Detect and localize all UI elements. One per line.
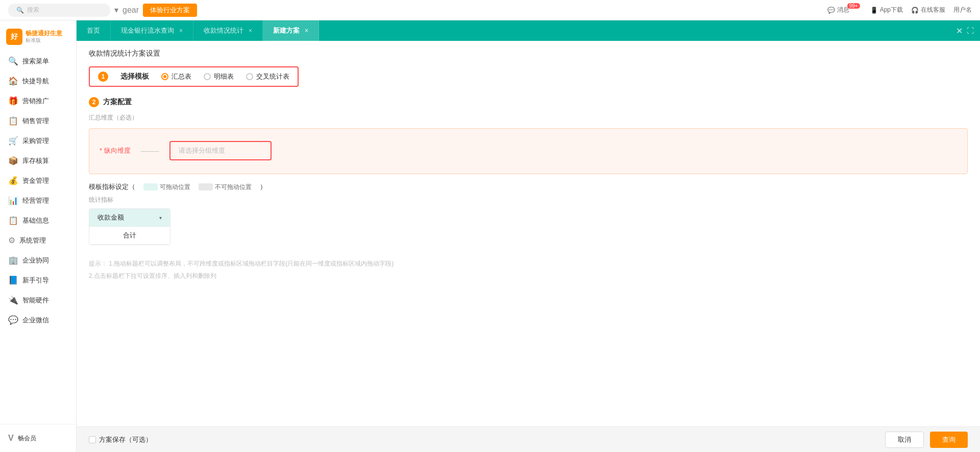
- drag-icon-box: [143, 183, 158, 191]
- download-area[interactable]: 📱 App下载: [870, 6, 903, 14]
- main-area: 首页 现金银行流水查询 × 收款情况统计 × 新建方案 × ✕ ⛶: [77, 20, 980, 452]
- tab-bar: 首页 现金银行流水查询 × 收款情况统计 × 新建方案 × ✕ ⛶: [77, 20, 980, 41]
- dim-input-box[interactable]: 请选择分组维度: [169, 141, 272, 160]
- notification-area[interactable]: 💬 消息 99+: [827, 6, 862, 14]
- header-left: 🔍 搜索 ▾ gear 体验行业方案: [8, 4, 197, 17]
- sidebar-item-guide[interactable]: 📘 新手引导: [0, 270, 76, 290]
- non-draggable-label: 不可拖动位置: [215, 183, 252, 192]
- page-content: 收款情况统计方案设置 1 选择模板 汇总表: [77, 41, 980, 452]
- metrics-grid: 收款金额 ▾ 合计: [89, 208, 170, 245]
- sidebar-label-marketing: 营销推广: [22, 97, 49, 106]
- page-title: 收款情况统计方案设置: [89, 49, 968, 58]
- metrics-dropdown-arrow[interactable]: ▾: [159, 215, 162, 221]
- sidebar-logo: 好 畅捷通好生意 标准版: [0, 25, 76, 51]
- download-icon: 📱: [870, 7, 878, 14]
- radio-summary[interactable]: 汇总表: [161, 72, 191, 81]
- top-search-bar[interactable]: 🔍 搜索: [8, 4, 110, 17]
- metrics-label-suffix: ）: [260, 182, 266, 192]
- sidebar-item-search-menu[interactable]: 🔍 搜索菜单: [0, 51, 76, 71]
- dropdown-arrow-icon[interactable]: ▾: [114, 5, 118, 15]
- system-icon: ⚙: [8, 235, 15, 245]
- dim-selector-area: 纵向维度 —— 请选择分组维度: [89, 128, 968, 174]
- dim-row: 纵向维度 —— 请选择分组维度: [100, 141, 957, 160]
- tab-new-plan[interactable]: 新建方案 ×: [263, 20, 319, 41]
- tab-window-close-icon[interactable]: ✕: [956, 26, 963, 36]
- dim-placeholder: 请选择分组维度: [179, 147, 225, 154]
- tab-receipt-stats[interactable]: 收款情况统计 ×: [193, 20, 263, 41]
- save-option[interactable]: 方案保存（可选）: [89, 435, 152, 444]
- cancel-button[interactable]: 取消: [885, 432, 924, 448]
- metrics-header-text: 收款金额: [97, 213, 124, 222]
- logo-icon: 好: [6, 29, 22, 45]
- finance-icon: 💰: [8, 176, 18, 185]
- sidebar-item-finance[interactable]: 💰 资金管理: [0, 171, 76, 191]
- sidebar-label-inventory: 库存核算: [22, 156, 49, 165]
- industry-btn[interactable]: 体验行业方案: [143, 4, 197, 17]
- sidebar-item-marketing[interactable]: 🎁 营销推广: [0, 91, 76, 111]
- tab-bank-flow[interactable]: 现金银行流水查询 ×: [111, 20, 193, 41]
- save-checkbox[interactable]: [89, 436, 96, 443]
- marketing-icon: 🎁: [8, 96, 18, 106]
- sidebar-item-member[interactable]: V 畅会员: [0, 429, 76, 448]
- metrics-section: 模板指标设定（ 可拖动位置 不可拖动位置 ）: [89, 182, 968, 245]
- no-drag-icon-box: [199, 183, 213, 191]
- page-inner: 收款情况统计方案设置 1 选择模板 汇总表: [77, 41, 980, 426]
- sidebar-label-smart-hw: 智能硬件: [22, 296, 49, 305]
- template-options: 1 选择模板 汇总表 明细表: [89, 66, 299, 87]
- query-button[interactable]: 查询: [930, 432, 968, 448]
- tab-home[interactable]: 首页: [77, 20, 111, 41]
- sidebar-item-corp-collab[interactable]: 🏢 企业协同: [0, 250, 76, 270]
- support-area[interactable]: 🎧 在线客服: [911, 6, 945, 14]
- main-layout: 好 畅捷通好生意 标准版 🔍 搜索菜单 🏠 快捷导航 🎁 营销推广 📋 销售管理…: [0, 20, 980, 452]
- sidebar-label-sales: 销售管理: [22, 116, 49, 126]
- search-menu-icon: 🔍: [8, 56, 18, 66]
- operation-icon: 📊: [8, 196, 18, 205]
- plan-config-section: 汇总维度（必选） 纵向维度 —— 请选择分组维度: [89, 113, 968, 282]
- corp-collab-icon: 🏢: [8, 255, 18, 265]
- metrics-category-label: 统计指标: [89, 196, 170, 204]
- metrics-grid-header[interactable]: 收款金额 ▾: [89, 209, 170, 227]
- message-icon: 💬: [827, 7, 835, 14]
- sidebar-item-smart-hw[interactable]: 🔌 智能硬件: [0, 290, 76, 310]
- sidebar-item-purchase[interactable]: 🛒 采购管理: [0, 131, 76, 151]
- notification-badge: 99+: [847, 3, 860, 9]
- tab-window-expand-icon[interactable]: ⛶: [967, 27, 974, 35]
- search-icon: 🔍: [16, 7, 24, 14]
- member-icon: V: [8, 434, 14, 443]
- sidebar-label-guide: 新手引导: [22, 276, 49, 285]
- quick-nav-icon: 🏠: [8, 76, 18, 86]
- metrics-category-area: 统计指标 收款金额 ▾ 合计: [89, 196, 170, 245]
- tab-bank-flow-close[interactable]: ×: [179, 28, 183, 34]
- tab-receipt-stats-close[interactable]: ×: [249, 28, 252, 34]
- step2-section: 2 方案配置 汇总维度（必选） 纵向维度 ——: [89, 97, 968, 282]
- basic-info-icon: 📋: [8, 216, 18, 225]
- step1-header: 1 选择模板 汇总表 明细表: [89, 66, 968, 87]
- radio-cross-label: 交叉统计表: [256, 72, 289, 81]
- tab-new-plan-close[interactable]: ×: [305, 28, 308, 34]
- purchase-icon: 🛒: [8, 136, 18, 146]
- sidebar-bottom: V 畅会员: [0, 424, 76, 452]
- sidebar-item-inventory[interactable]: 📦 库存核算: [0, 151, 76, 171]
- top-header: 🔍 搜索 ▾ gear 体验行业方案 💬 消息 99+ 📱 App下载 🎧 在线…: [0, 0, 980, 20]
- header-right: 💬 消息 99+ 📱 App下载 🎧 在线客服 用户名: [827, 6, 972, 14]
- metrics-label: 模板指标设定（ 可拖动位置 不可拖动位置 ）: [89, 182, 968, 192]
- sidebar-item-corp-wechat[interactable]: 💬 企业微信: [0, 310, 76, 330]
- sidebar-item-operation[interactable]: 📊 经营管理: [0, 191, 76, 210]
- sidebar-item-basic-info[interactable]: 📋 基础信息: [0, 210, 76, 230]
- sidebar-item-sales[interactable]: 📋 销售管理: [0, 111, 76, 131]
- sidebar-label-finance: 资金管理: [22, 176, 49, 185]
- radio-cross[interactable]: 交叉统计表: [246, 72, 289, 81]
- logo-text-area: 畅捷通好生意 标准版: [26, 30, 62, 44]
- tab-new-plan-label: 新建方案: [273, 26, 300, 35]
- inventory-icon: 📦: [8, 156, 18, 165]
- user-name[interactable]: 用户名: [953, 6, 972, 14]
- sidebar: 好 畅捷通好生意 标准版 🔍 搜索菜单 🏠 快捷导航 🎁 营销推广 📋 销售管理…: [0, 20, 77, 452]
- support-icon: 🎧: [911, 7, 919, 14]
- sidebar-item-quick-nav[interactable]: 🏠 快捷导航: [0, 71, 76, 91]
- sidebar-item-system[interactable]: ⚙ 系统管理: [0, 230, 76, 250]
- gear-icon[interactable]: gear: [122, 6, 139, 15]
- sidebar-label-purchase: 采购管理: [22, 136, 49, 146]
- step1-label: 选择模板: [120, 72, 149, 81]
- radio-detail[interactable]: 明细表: [204, 72, 234, 81]
- dim-label-text: 汇总维度（必选）: [89, 114, 138, 121]
